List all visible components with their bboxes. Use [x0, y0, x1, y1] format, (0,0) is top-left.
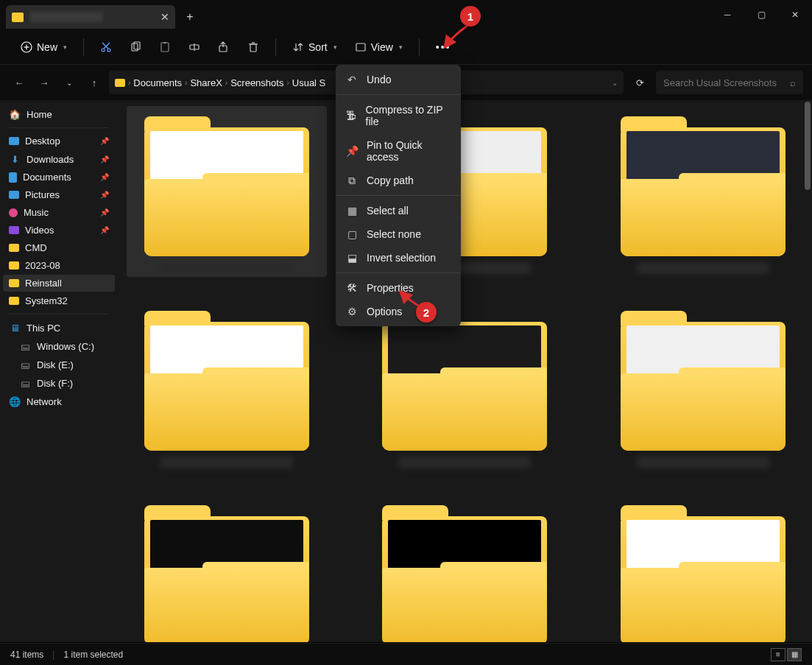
menu-undo[interactable]: ↶Undo — [336, 68, 461, 91]
scrollbar-thumb[interactable] — [805, 102, 811, 190]
menu-invert[interactable]: ⬓Invert selection — [336, 246, 461, 270]
menu-copypath[interactable]: ⧉Copy path — [336, 169, 461, 192]
separator — [9, 127, 109, 128]
folder-thumbnail — [144, 109, 309, 256]
network-icon: 🌐 — [9, 395, 21, 407]
copy-icon — [130, 41, 141, 53]
details-view-button[interactable]: ≡ — [771, 648, 785, 661]
delete-button[interactable] — [240, 37, 266, 57]
sidebar-drive-c[interactable]: 🖴Windows (C:) — [3, 337, 115, 355]
tab-current[interactable]: ✕ — [6, 5, 175, 29]
menu-label: Select all — [367, 205, 409, 217]
sidebar-desktop[interactable]: Desktop📌 — [3, 133, 115, 149]
up-button[interactable]: ↑ — [84, 72, 105, 93]
refresh-button[interactable]: ⟳ — [628, 71, 652, 94]
add-tab-button[interactable]: + — [178, 5, 202, 29]
sidebar-reinstall[interactable]: Reinstall — [3, 275, 115, 292]
minimize-button[interactable]: ─ — [710, 0, 744, 29]
sidebar-drive-e[interactable]: 🖴Disk (E:) — [3, 356, 115, 373]
sidebar-downloads[interactable]: ⬇Downloads📌 — [3, 150, 115, 168]
breadcrumb-item[interactable]: ShareX — [190, 77, 222, 88]
sidebar-music[interactable]: Music📌 — [3, 204, 115, 221]
menu-compress[interactable]: 🗜Compress to ZIP file — [336, 98, 461, 133]
folder-thumbnail — [621, 303, 785, 451]
share-button[interactable] — [211, 37, 237, 57]
folder-item[interactable] — [368, 303, 562, 468]
sidebar-system32[interactable]: System32 — [3, 292, 115, 309]
folder-item[interactable] — [130, 498, 324, 642]
close-tab-icon[interactable]: ✕ — [160, 11, 169, 23]
back-button[interactable]: ← — [9, 72, 29, 93]
breadcrumb-item[interactable]: Usual S — [292, 77, 326, 88]
separator — [275, 38, 276, 56]
view-button[interactable]: View ▾ — [347, 37, 410, 57]
sidebar-documents[interactable]: Documents📌 — [3, 169, 115, 186]
annotation-label: 2 — [423, 306, 429, 319]
folder-item[interactable] — [127, 106, 327, 277]
breadcrumb-item[interactable]: Screenshots — [230, 77, 283, 88]
icons-view-button[interactable]: ▦ — [787, 648, 802, 661]
folder-item[interactable] — [606, 303, 800, 468]
chevron-right-icon: › — [185, 79, 187, 87]
paste-button[interactable] — [152, 37, 178, 57]
maximize-button[interactable]: ▢ — [744, 0, 778, 29]
svg-rect-17 — [356, 43, 365, 51]
sidebar-label: This PC — [27, 323, 60, 334]
forward-button[interactable]: → — [34, 72, 54, 93]
tab-title — [29, 12, 103, 22]
status-bar: 41 items | 1 item selected ≡ ▦ — [0, 643, 812, 665]
copy-button[interactable] — [122, 37, 149, 57]
svg-rect-14 — [250, 44, 256, 52]
folder-label — [160, 262, 293, 274]
rename-button[interactable] — [181, 37, 208, 57]
folder-item[interactable] — [130, 303, 324, 468]
drive-icon: 🖴 — [19, 359, 31, 370]
folder-icon — [12, 13, 24, 22]
close-window-button[interactable]: ✕ — [778, 0, 812, 29]
sidebar-label: Documents — [23, 172, 71, 183]
sidebar-cmd[interactable]: CMD — [3, 239, 115, 256]
breadcrumb-item[interactable]: Documents — [133, 77, 182, 88]
sidebar-2023-08[interactable]: 2023-08 — [3, 257, 115, 274]
menu-selectnone[interactable]: ▢Select none — [336, 222, 461, 246]
separator: | — [52, 650, 54, 660]
plus-circle-icon — [21, 41, 32, 53]
new-button[interactable]: New ▾ — [13, 37, 74, 57]
sidebar-label: Videos — [25, 225, 54, 236]
menu-pin[interactable]: 📌Pin to Quick access — [336, 133, 461, 169]
sidebar-label: Disk (F:) — [37, 378, 73, 389]
sidebar-thispc[interactable]: 🖥This PC — [3, 319, 115, 337]
navigation-pane: 🏠Home Desktop📌 ⬇Downloads📌 Documents📌 Pi… — [0, 100, 118, 642]
recent-button[interactable]: ⌄ — [59, 72, 80, 93]
folder-item[interactable] — [606, 498, 800, 642]
menu-label: Undo — [367, 74, 391, 85]
more-menu: ↶Undo 🗜Compress to ZIP file 📌Pin to Quic… — [336, 65, 461, 326]
menu-selectall[interactable]: ▦Select all — [336, 199, 461, 222]
sidebar-home[interactable]: 🏠Home — [3, 105, 115, 123]
sidebar-videos[interactable]: Videos📌 — [3, 222, 115, 239]
new-label: New — [37, 41, 57, 53]
sidebar-drive-f[interactable]: 🖴Disk (F:) — [3, 374, 115, 392]
gear-icon: ⚙ — [346, 306, 358, 317]
search-box[interactable]: ⌕ — [656, 71, 803, 94]
sidebar-pictures[interactable]: Pictures📌 — [3, 186, 115, 203]
folder-label — [160, 457, 293, 468]
search-icon: ⌕ — [790, 77, 796, 88]
content-pane[interactable] — [118, 100, 812, 642]
search-input[interactable] — [663, 77, 790, 88]
chevron-down-icon[interactable]: ⌄ — [612, 79, 618, 87]
selectnone-icon: ▢ — [346, 228, 358, 240]
sidebar-network[interactable]: 🌐Network — [3, 393, 115, 410]
document-icon — [9, 172, 17, 183]
menu-label: Select none — [367, 228, 421, 240]
folder-icon — [115, 79, 125, 87]
share-icon — [218, 41, 230, 53]
pin-icon: 📌 — [100, 137, 109, 145]
sort-button[interactable]: Sort ▾ — [285, 37, 345, 57]
svg-rect-9 — [161, 43, 169, 52]
window-controls: ─ ▢ ✕ — [710, 0, 812, 29]
cut-button[interactable] — [93, 37, 119, 57]
folder-item[interactable] — [606, 109, 800, 274]
folder-item[interactable] — [368, 498, 562, 642]
separator — [9, 314, 109, 314]
